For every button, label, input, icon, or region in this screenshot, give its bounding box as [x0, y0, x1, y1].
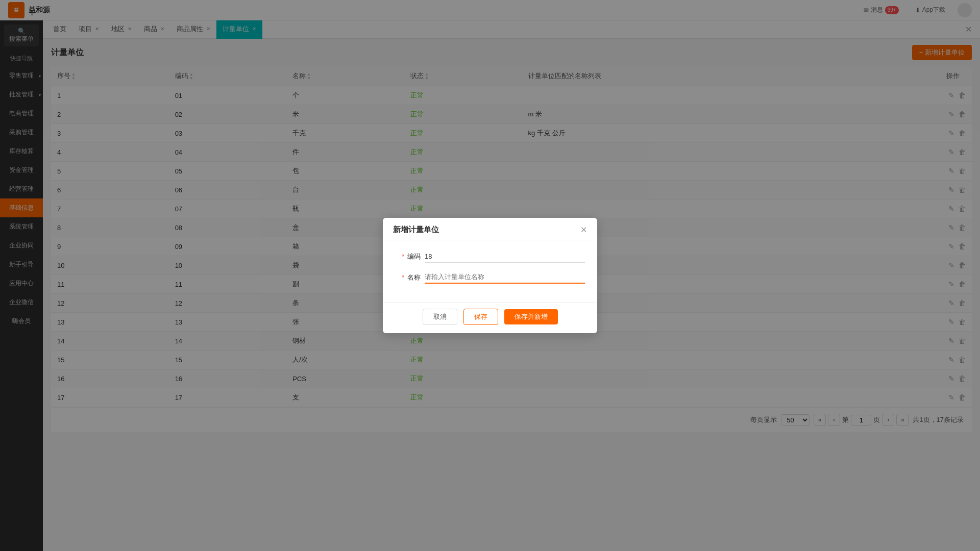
form-row-name: * 名称: [395, 271, 585, 284]
code-label-text: 编码: [407, 253, 421, 260]
modal-title: 新增计量单位: [393, 225, 439, 235]
modal-overlay: 新增计量单位 ✕ * 编码 * 名称 取消 保存 保存并新增: [0, 0, 980, 551]
cancel-button[interactable]: 取消: [423, 309, 457, 325]
save-and-new-button[interactable]: 保存并新增: [504, 309, 558, 324]
modal-close-btn[interactable]: ✕: [580, 226, 587, 234]
form-row-code: * 编码: [395, 251, 585, 263]
code-input[interactable]: [425, 251, 585, 263]
name-required: *: [402, 273, 404, 281]
name-input[interactable]: [425, 271, 585, 284]
modal-header: 新增计量单位 ✕: [383, 218, 597, 240]
name-label-text: 名称: [407, 273, 421, 281]
name-label: * 名称: [395, 273, 421, 282]
modal-body: * 编码 * 名称: [383, 240, 597, 302]
code-label: * 编码: [395, 252, 421, 261]
modal-footer: 取消 保存 保存并新增: [383, 302, 597, 333]
save-button[interactable]: 保存: [463, 309, 498, 325]
code-required: *: [402, 253, 404, 260]
add-unit-modal: 新增计量单位 ✕ * 编码 * 名称 取消 保存 保存并新增: [383, 218, 597, 333]
